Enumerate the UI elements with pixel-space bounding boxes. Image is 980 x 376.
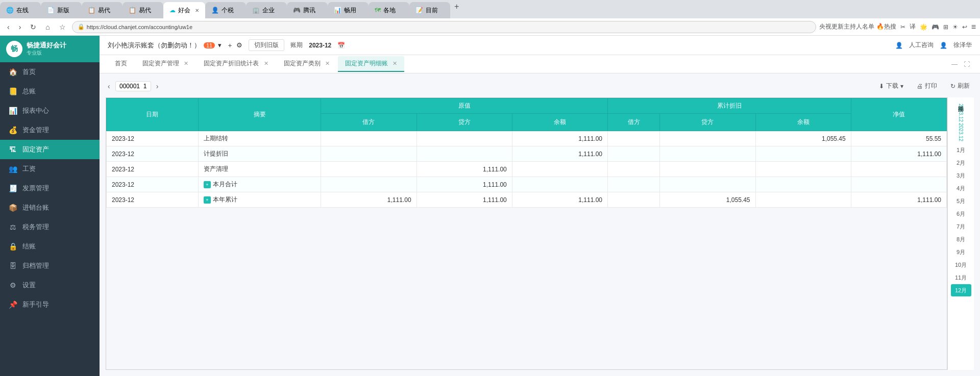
sidebar-item-home-label: 首页 <box>22 67 36 77</box>
sidebar-menu: 🏠 首页 📒 总账 📊 报表中心 💰 资金管理 🏗 固定资产 👥 工资 <box>0 62 100 376</box>
cut-icon[interactable]: ✂ <box>900 23 905 31</box>
browser-tab-new[interactable]: 📄 新版 <box>41 2 82 18</box>
calendar-icon[interactable]: 📅 <box>337 42 345 49</box>
user-label[interactable]: 徐泽华 <box>953 41 972 49</box>
nav-refresh-button[interactable]: ↻ <box>27 22 39 32</box>
nav-home-button[interactable]: ⌂ <box>42 22 53 32</box>
asset-detail-table: 日期 摘要 原值 累计折旧 净值 借方 贷方 余额 <box>106 98 947 208</box>
tab-asset-category[interactable]: 固定资产类别 ✕ <box>277 56 337 72</box>
browser-tab-yidai2[interactable]: 📋 易代 <box>122 2 163 18</box>
sidebar-item-general-ledger[interactable]: 📒 总账 <box>0 82 100 101</box>
sidebar-item-funds[interactable]: 💰 资金管理 <box>0 120 100 140</box>
new-tab-button[interactable]: + <box>450 2 463 18</box>
month-item-7[interactable]: 7月 <box>951 220 971 233</box>
tab-asset-category-close[interactable]: ✕ <box>325 60 330 66</box>
browser-tab-changyong[interactable]: 📊 畅用 <box>328 2 369 18</box>
nav-forward-button[interactable]: › <box>16 22 24 32</box>
settings-account-icon[interactable]: ⚙ <box>236 41 242 49</box>
sidebar-item-archive[interactable]: 🗄 归档管理 <box>0 256 100 275</box>
cell-summary: 资产清理 <box>198 162 321 177</box>
browser-tab-yidai1[interactable]: 📋 易代 <box>82 2 122 18</box>
month-item-10[interactable]: 10月 <box>951 259 971 271</box>
sidebar-item-closing[interactable]: 🔒 结账 <box>0 237 100 256</box>
refresh-button[interactable]: ↻ 刷新 <box>946 80 974 92</box>
sidebar-item-tax[interactable]: ⚖ 税务管理 <box>0 217 100 237</box>
sidebar-item-inventory[interactable]: 📦 进销台账 <box>0 198 100 217</box>
brightness-icon[interactable]: ☀ <box>952 23 958 31</box>
cell-net-value: 1,111.00 <box>851 192 946 208</box>
sidebar-item-tax-label: 税务管理 <box>22 222 49 232</box>
month-item-8[interactable]: 8月 <box>951 233 971 245</box>
sidebar-item-guide-label: 新手引导 <box>22 300 49 309</box>
translate-icon[interactable]: 译 <box>910 22 916 31</box>
switch-version-button[interactable]: 切到旧版 <box>249 39 284 51</box>
cell-net-value <box>851 162 946 177</box>
grid-icon[interactable]: ⊞ <box>943 23 948 31</box>
browser-tab-qiye[interactable]: 🏢 企业 <box>246 2 287 18</box>
undo-icon[interactable]: ↩ <box>962 23 967 31</box>
cell-debit1: 1,111.00 <box>321 192 416 208</box>
month-item-6[interactable]: 6月 <box>951 208 971 220</box>
sidebar-item-reports[interactable]: 📊 报表中心 <box>0 101 100 120</box>
table-row: 2023-12 +本年累计 1,111.00 1,111.00 1,111.00… <box>107 192 947 208</box>
sidebar-item-reports-label: 报表中心 <box>22 106 49 115</box>
tab-fixed-mgmt[interactable]: 固定资产管理 ✕ <box>135 56 195 72</box>
browser-nav-bar: ‹ › ↻ ⌂ ☆ 🔒 https://cloud.chanjet.com/ac… <box>0 18 980 36</box>
sidebar: 畅 畅捷通好会计 专业版 🏠 首页 📒 总账 📊 报表中心 💰 资金管理 <box>0 36 100 376</box>
browser-tab-haohui[interactable]: ☁ 好会 ✕ <box>163 2 205 18</box>
pager-prev-button[interactable]: ‹ <box>106 81 112 91</box>
browser-tab-bar: 🌐 在线 📄 新版 📋 易代 📋 易代 ☁ 好会 ✕ 👤 个税 🏢 企业 <box>0 0 980 18</box>
sidebar-item-settings[interactable]: ⚙ 设置 <box>0 275 100 295</box>
sidebar-item-payroll[interactable]: 👥 工资 <box>0 159 100 179</box>
inventory-icon: 📦 <box>8 203 17 212</box>
browser-tab-online[interactable]: 🌐 在线 <box>0 2 41 18</box>
tab-depreciation-stat-close[interactable]: ✕ <box>264 60 268 66</box>
table-row: 2023-12 +本月合计 1,111.00 <box>107 177 947 192</box>
browser-tab-close[interactable]: ✕ <box>195 8 199 13</box>
tab-asset-detail-close[interactable]: ✕ <box>393 60 397 66</box>
month-item-1[interactable]: 1月 <box>951 144 971 156</box>
account-selector[interactable]: 刘小艳演示账套（勿删勿动！） 11 ▾ ＋ ⚙ <box>108 41 242 50</box>
maximize-tab-icon[interactable]: ⛶ <box>962 59 972 70</box>
browser-tab-geshui[interactable]: 👤 个税 <box>205 2 246 18</box>
search-hint: 央视更新主持人名单 🔥热搜 <box>819 22 896 31</box>
cell-balance1: 1,111.00 <box>512 146 607 162</box>
extension-icon[interactable]: 🌟 <box>920 23 927 31</box>
print-button[interactable]: 🖨 打印 <box>913 80 941 92</box>
cell-credit2 <box>660 162 755 177</box>
ledger-icon: 📒 <box>8 87 17 96</box>
dropdown-icon[interactable]: ▾ <box>218 41 222 49</box>
browser-tab-gedi[interactable]: 🗺 各地 <box>369 2 409 18</box>
download-button[interactable]: ⬇ 下载 ▾ <box>875 80 908 92</box>
sidebar-item-invoice[interactable]: 🧾 发票管理 <box>0 179 100 198</box>
tab-fixed-mgmt-close[interactable]: ✕ <box>184 60 188 66</box>
nav-back-button[interactable]: ‹ <box>4 22 13 32</box>
month-item-12[interactable]: 12月 <box>951 284 971 296</box>
sidebar-item-fixed-assets[interactable]: 🏗 固定资产 <box>0 140 100 159</box>
nav-bookmark-button[interactable]: ☆ <box>56 22 69 32</box>
month-item-3[interactable]: 3月 <box>951 169 971 182</box>
month-item-4[interactable]: 4月 <box>951 182 971 194</box>
month-item-9[interactable]: 9月 <box>951 246 971 258</box>
add-account-icon[interactable]: ＋ <box>227 41 233 50</box>
cell-date: 2023-12 <box>107 177 199 192</box>
pager-input[interactable] <box>115 81 151 91</box>
cell-summary: +本年累计 <box>198 192 321 208</box>
sidebar-item-guide[interactable]: 📌 新手引导 <box>0 295 100 314</box>
month-item-2[interactable]: 2月 <box>951 157 971 169</box>
gamepad-icon[interactable]: 🎮 <box>932 23 939 31</box>
browser-tab-tengxun[interactable]: 🎮 腾讯 <box>287 2 328 18</box>
address-bar[interactable]: 🔒 https://cloud.chanjet.com/accounting/u… <box>72 21 817 33</box>
months-container: 1月2月3月4月5月6月7月8月9月10月11月12月 <box>951 143 971 297</box>
pager-next-button[interactable]: › <box>154 81 161 91</box>
sidebar-item-home[interactable]: 🏠 首页 <box>0 62 100 82</box>
tab-depreciation-stat[interactable]: 固定资产折旧统计表 ✕ <box>197 56 275 72</box>
browser-tab-muqian[interactable]: 📝 目前 <box>409 2 450 18</box>
tab-asset-detail[interactable]: 固定资产明细账 ✕ <box>338 56 404 72</box>
minimize-tab-icon[interactable]: — <box>949 59 960 70</box>
service-label[interactable]: 人工咨询 <box>909 41 934 49</box>
month-item-5[interactable]: 5月 <box>951 195 971 207</box>
tab-home[interactable]: 首页 <box>108 56 134 72</box>
menu-icon[interactable]: ≡ <box>971 22 976 32</box>
month-item-11[interactable]: 11月 <box>951 271 971 284</box>
